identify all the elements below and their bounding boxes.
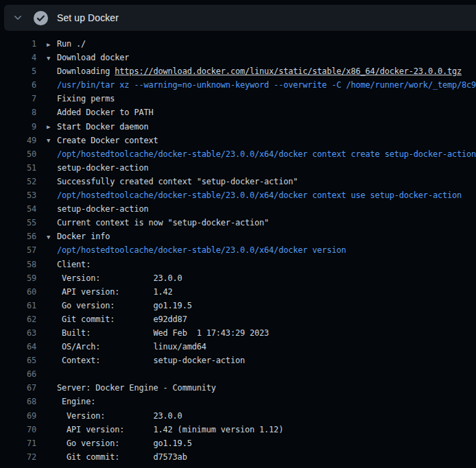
line-number[interactable]: 70: [0, 423, 36, 436]
log-text: Current context is now "setup-docker-act…: [36, 216, 269, 230]
log-group-row[interactable]: 49▼Create Docker context: [0, 134, 476, 147]
log-row: 58Client:: [0, 258, 476, 271]
line-number[interactable]: 56: [0, 230, 36, 243]
line-number[interactable]: 57: [0, 243, 36, 257]
log-row: 53/opt/hostedtoolcache/docker-stable/23.…: [0, 188, 476, 202]
log-text: Built: Wed Feb 1 17:43:29 2023: [36, 326, 269, 340]
log-container: 1▶Run ./4▼Download docker5Downloading ht…: [0, 37, 476, 468]
log-text: ▼Docker info: [36, 230, 110, 243]
log-row: 50/opt/hostedtoolcache/docker-stable/23.…: [0, 147, 476, 161]
log-text: setup-docker-action: [36, 161, 148, 175]
group-label: Start Docker daemon: [57, 122, 148, 132]
log-row: 62 Git commit: e92dd87: [0, 312, 476, 326]
line-number[interactable]: 71: [0, 436, 36, 450]
check-circle-icon: [33, 10, 49, 26]
log-row: 57/opt/hostedtoolcache/docker-stable/23.…: [0, 243, 476, 257]
line-number[interactable]: 58: [0, 258, 36, 271]
line-number[interactable]: 64: [0, 340, 36, 354]
line-number[interactable]: 8: [0, 106, 36, 119]
collapse-triangle-icon[interactable]: ▼: [47, 230, 53, 244]
collapse-triangle-icon[interactable]: ▼: [47, 134, 53, 147]
log-row: 51setup-docker-action: [0, 161, 476, 175]
line-number[interactable]: 4: [0, 51, 36, 64]
log-text: Added Docker to PATH: [36, 106, 154, 119]
log-link[interactable]: https://download.docker.com/linux/static…: [115, 66, 462, 76]
group-label: Docker info: [57, 232, 110, 241]
log-text: Successfully created context "setup-dock…: [36, 175, 298, 188]
line-number[interactable]: 50: [0, 147, 36, 161]
log-row: 6/usr/bin/tar xz --warning=no-unknown-ke…: [0, 78, 476, 92]
line-number[interactable]: 53: [0, 188, 36, 202]
log-text: Context: setup-docker-action: [36, 354, 245, 367]
log-text: Git commit: e92dd87: [36, 312, 187, 326]
line-number[interactable]: 51: [0, 161, 36, 175]
line-number[interactable]: 72: [0, 450, 36, 464]
group-label: Download docker: [57, 53, 129, 62]
log-row: 67Server: Docker Engine - Community: [0, 381, 476, 395]
log-row: 59 Version: 23.0.0: [0, 271, 476, 285]
log-row: 60 API version: 1.42: [0, 285, 476, 299]
log-text: ▶Run ./: [36, 37, 86, 51]
log-text: Downloading: [57, 66, 115, 76]
collapse-step-button[interactable]: [10, 10, 26, 26]
line-number[interactable]: 9: [0, 120, 36, 134]
log-text: [36, 367, 57, 381]
log-row: 70 API version: 1.42 (minimum version 1.…: [0, 423, 476, 436]
group-label: Run ./: [57, 39, 86, 49]
log-text: Version: 23.0.0: [36, 409, 182, 423]
log-row: 61 Go version: go1.19.5: [0, 299, 476, 312]
log-text: Server: Docker Engine - Community: [36, 381, 216, 395]
log-row: 72 Git commit: d7573ab: [0, 450, 476, 464]
log-row: 7Fixing perms: [0, 92, 476, 106]
line-number[interactable]: 62: [0, 312, 36, 326]
line-number[interactable]: 49: [0, 134, 36, 147]
line-number[interactable]: 63: [0, 326, 36, 340]
expand-triangle-icon[interactable]: ▶: [47, 38, 53, 51]
log-text: Version: 23.0.0: [36, 271, 182, 285]
log-group-row[interactable]: 4▼Download docker: [0, 51, 476, 64]
log-row: 71 Go version: go1.19.5: [0, 436, 476, 450]
step-title: Set up Docker: [57, 12, 119, 23]
group-label: Create Docker context: [57, 136, 158, 145]
log-row: 55Current context is now "setup-docker-a…: [0, 216, 476, 230]
log-text: ▼Create Docker context: [36, 134, 158, 147]
line-number[interactable]: 66: [0, 367, 36, 381]
command-text: /opt/hostedtoolcache/docker-stable/23.0.…: [36, 188, 462, 202]
log-row: 8Added Docker to PATH: [0, 106, 476, 119]
log-group-row[interactable]: 1▶Run ./: [0, 37, 476, 51]
log-text: ▼Download docker: [36, 51, 129, 64]
chevron-down-icon: [13, 13, 23, 23]
line-number[interactable]: 67: [0, 381, 36, 395]
line-number[interactable]: 59: [0, 271, 36, 285]
log-text: setup-docker-action: [36, 202, 148, 216]
log-row: 52Successfully created context "setup-do…: [0, 175, 476, 188]
expand-triangle-icon[interactable]: ▶: [47, 120, 53, 134]
log-group-row[interactable]: 56▼Docker info: [0, 230, 476, 243]
line-number[interactable]: 7: [0, 92, 36, 106]
step-header-bar[interactable]: Set up Docker: [4, 5, 476, 31]
line-number[interactable]: 61: [0, 299, 36, 312]
line-number[interactable]: 54: [0, 202, 36, 216]
line-number[interactable]: 52: [0, 175, 36, 188]
line-number[interactable]: 55: [0, 216, 36, 230]
log-row: 64 OS/Arch: linux/amd64: [0, 340, 476, 354]
line-number[interactable]: 6: [0, 78, 36, 92]
log-text: Go version: go1.19.5: [36, 436, 192, 450]
log-group-row[interactable]: 9▶Start Docker daemon: [0, 120, 476, 134]
collapse-triangle-icon[interactable]: ▼: [47, 51, 53, 65]
log-text: API version: 1.42: [36, 285, 173, 299]
log-text: Fixing perms: [36, 92, 115, 106]
log-text: Go version: go1.19.5: [36, 299, 192, 312]
line-number[interactable]: 68: [0, 395, 36, 408]
line-number[interactable]: 5: [0, 64, 36, 78]
log-text: Git commit: d7573ab: [36, 450, 187, 464]
line-number[interactable]: 65: [0, 354, 36, 367]
command-text: /opt/hostedtoolcache/docker-stable/23.0.…: [36, 147, 476, 161]
command-text: /opt/hostedtoolcache/docker-stable/23.0.…: [36, 243, 346, 257]
log-text: ▶Start Docker daemon: [36, 120, 148, 134]
command-text: /usr/bin/tar xz --warning=no-unknown-key…: [36, 78, 476, 92]
line-number[interactable]: 1: [0, 37, 36, 51]
line-number[interactable]: 60: [0, 285, 36, 299]
line-number[interactable]: 69: [0, 409, 36, 423]
log-text: Downloading https://download.docker.com/…: [36, 64, 462, 78]
